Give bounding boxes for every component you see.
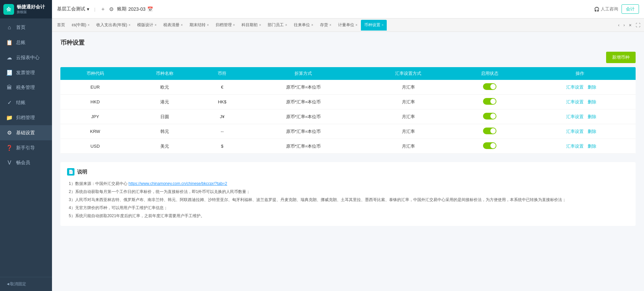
col-header: 币种代码 — [60, 67, 130, 80]
toggle-track-4 — [483, 142, 496, 149]
cell-toggle-2[interactable] — [455, 109, 524, 124]
new-currency-button[interactable]: 新增币种 — [606, 52, 636, 63]
toggle-1[interactable] — [483, 98, 496, 105]
tab-close-4[interactable]: × — [181, 23, 183, 27]
toggle-3[interactable] — [483, 128, 496, 134]
nav-label-checkout: 结账 — [16, 100, 25, 106]
tab-label-12: 币种设置 — [364, 22, 380, 28]
delete-link-4[interactable]: 删除 — [588, 144, 596, 149]
sidebar-item-invoice[interactable]: 🧾发票管理 — [0, 65, 52, 80]
rate-setting-link-3[interactable]: 汇率设置 — [566, 129, 584, 134]
add-project-icon[interactable]: ＋ — [100, 6, 106, 13]
tab-6[interactable]: 归档管理 × — [212, 20, 238, 31]
col-header: 折算方式 — [245, 67, 362, 80]
help-button[interactable]: 🎧 人工咨询 — [594, 6, 618, 12]
tab-label-0: 首页 — [57, 22, 65, 28]
sidebar-item-settings[interactable]: ⚙基础设置 — [0, 125, 52, 140]
sidebar-nav: ⌂首页📋总账☁云报表中心🧾发票管理🏛税务管理✓结账📁归档管理⚙基础设置❓新手引导… — [0, 18, 52, 277]
notes-link[interactable]: https://www.chinamoney.com.cn/chinese/bk… — [128, 181, 227, 186]
settings-icon[interactable]: ⚙ — [109, 6, 114, 12]
delete-link-2[interactable]: 删除 — [588, 114, 596, 119]
delete-link-3[interactable]: 删除 — [588, 129, 596, 134]
toggle-2[interactable] — [483, 113, 496, 119]
calendar-icon[interactable]: 📅 — [147, 6, 153, 12]
sidebar-item-guide[interactable]: ❓新手引导 — [0, 140, 52, 155]
tab-8[interactable]: 部门员工 × — [264, 20, 290, 31]
cell-name-1: 港元 — [130, 95, 199, 109]
tab-close-10[interactable]: × — [329, 23, 331, 27]
notes-item-0: 1）数据来源：中国外汇交易中心 https://www.chinamoney.c… — [67, 180, 629, 188]
tab-close-2[interactable]: × — [128, 23, 130, 27]
sidebar-item-ledger[interactable]: 📋总账 — [0, 35, 52, 50]
tab-close-11[interactable]: × — [356, 23, 358, 27]
period-label: 账期 — [117, 6, 126, 12]
nav-icon-invoice: 🧾 — [6, 69, 13, 76]
tab-12[interactable]: 币种设置 × — [361, 20, 387, 31]
delete-link-1[interactable]: 删除 — [588, 99, 596, 104]
col-header: 启用状态 — [455, 67, 524, 80]
cell-toggle-3[interactable] — [455, 124, 524, 139]
tab-5[interactable]: 期末结转 × — [186, 20, 212, 31]
tab-3[interactable]: 模版设计 × — [134, 20, 160, 31]
toggle-thumb-0 — [490, 84, 496, 89]
tab-close-all[interactable]: × — [627, 21, 634, 29]
tab-7[interactable]: 科目期初 × — [238, 20, 264, 31]
tab-2[interactable]: 收入支出表(年报) × — [93, 20, 134, 31]
tab-9[interactable]: 往来单位 × — [290, 20, 317, 31]
toggle-track-3 — [483, 128, 496, 134]
tab-label-2: 收入支出表(年报) — [96, 22, 127, 28]
cell-actions-2: 汇率设置 删除 — [525, 109, 636, 124]
cell-symbol-4: $ — [199, 139, 245, 154]
cell-name-4: 美元 — [130, 139, 199, 154]
tab-prev-arrow[interactable]: ‹ — [616, 21, 622, 29]
tab-11[interactable]: 计量单位 × — [335, 20, 361, 31]
rate-setting-link-4[interactable]: 汇率设置 — [566, 144, 584, 149]
sidebar-item-member[interactable]: V畅会员 — [0, 155, 52, 170]
tab-close-5[interactable]: × — [207, 23, 209, 27]
delete-link-0[interactable]: 删除 — [588, 85, 596, 90]
tab-close-12[interactable]: × — [382, 23, 384, 27]
sidebar-item-checkout[interactable]: ✓结账 — [0, 95, 52, 110]
tab-4[interactable]: 税表清册 × — [160, 20, 186, 31]
cell-toggle-0[interactable] — [455, 80, 524, 95]
tab-label-7: 科目期初 — [241, 22, 258, 28]
tab-expand[interactable]: ⛶ — [634, 21, 642, 29]
tab-close-6[interactable]: × — [233, 23, 235, 27]
logo-text: 畅捷通好会计 — [17, 4, 45, 10]
rate-setting-link-1[interactable]: 汇率设置 — [566, 99, 584, 104]
col-header: 汇率设置方式 — [362, 67, 455, 80]
tab-close-7[interactable]: × — [259, 23, 261, 27]
sidebar-item-tax[interactable]: 🏛税务管理 — [0, 80, 52, 95]
rate-setting-link-0[interactable]: 汇率设置 — [566, 85, 584, 90]
notes-list: 1）数据来源：中国外汇交易中心 https://www.chinamoney.c… — [67, 180, 629, 220]
cell-symbol-2: J¥ — [199, 109, 245, 124]
tab-1[interactable]: εs(中期) × — [68, 20, 93, 31]
table-row: JPY 日圆 J¥ 原币*汇率=本位币 月汇率 汇率设置 删除 — [60, 109, 636, 124]
tab-10[interactable]: 存货 × — [317, 20, 335, 31]
sidebar: 会 畅捷通好会计 旗舰版 ⌂首页📋总账☁云报表中心🧾发票管理🏛税务管理✓结账📁归… — [0, 0, 52, 291]
toggle-0[interactable] — [483, 83, 496, 90]
nav-icon-ledger: 📋 — [6, 39, 13, 46]
tab-close-9[interactable]: × — [311, 23, 313, 27]
sidebar-pin[interactable]: ◄取消固定 — [0, 277, 52, 291]
project-selector[interactable]: 基层工会测试 ▾ — [57, 6, 89, 12]
rate-setting-link-2[interactable]: 汇率设置 — [566, 114, 584, 119]
period-value: 2023-03 — [128, 6, 145, 12]
tab-close-3[interactable]: × — [155, 23, 157, 27]
cell-toggle-4[interactable] — [455, 139, 524, 154]
tab-0[interactable]: 首页 — [54, 20, 68, 31]
tab-close-8[interactable]: × — [285, 23, 287, 27]
account-button[interactable]: 会计 — [622, 4, 639, 14]
sidebar-item-archive[interactable]: 📁归档管理 — [0, 110, 52, 125]
tab-label-4: 税表清册 — [163, 22, 179, 28]
tab-next-arrow[interactable]: › — [622, 21, 627, 29]
tab-close-1[interactable]: × — [88, 23, 90, 27]
project-name: 基层工会测试 — [57, 6, 85, 12]
toggle-4[interactable] — [483, 142, 496, 149]
sidebar-item-reports[interactable]: ☁云报表中心 — [0, 50, 52, 65]
cell-calc-3: 原币*汇率=本位币 — [245, 124, 362, 139]
cell-code-4: USD — [60, 139, 130, 154]
cell-toggle-1[interactable] — [455, 95, 524, 109]
sidebar-item-home[interactable]: ⌂首页 — [0, 20, 52, 35]
tab-label-11: 计量单位 — [338, 22, 354, 28]
